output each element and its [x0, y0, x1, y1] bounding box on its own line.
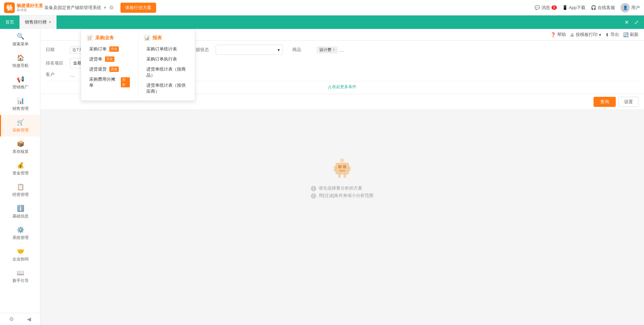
- return-label: 进货退货: [89, 66, 107, 72]
- sidebar-basic-info-label: 基础信息: [12, 213, 29, 219]
- collapse-label: 收起更多条件: [332, 84, 356, 90]
- goods-dots-btn[interactable]: ...: [339, 47, 344, 53]
- help-btn[interactable]: ❓ 帮助: [550, 32, 566, 38]
- sidebar-item-quick-nav[interactable]: 🏠 快捷导航: [0, 50, 40, 72]
- content-area: 🛒 采购业务 采购订单 历史 进货单 历史 进货退货 历史: [40, 29, 644, 325]
- dropdown-item-order-exec[interactable]: 采购订单执行表: [141, 54, 192, 64]
- goods-filter-area: 设计费 × ...: [317, 46, 344, 53]
- logo-area: 畅 畅捷通好生意 标准版: [4, 2, 44, 13]
- headset-icon: 🎧: [591, 5, 596, 10]
- empty-tip-1: 1 请先选择要分析的方案: [311, 185, 374, 191]
- sidebar-enterprise-label: 企业协同: [12, 256, 29, 262]
- online-service-item[interactable]: 🎧 在线客服: [591, 5, 615, 11]
- sidebar-purchase-label: 采购管理: [12, 127, 29, 133]
- purchase-section-title: 🛒 采购业务: [84, 33, 135, 43]
- collapse-btn[interactable]: ⋀ 收起更多条件: [328, 84, 356, 90]
- empty-tip-2: 2 用[过滤]条件来缩小分析范围: [311, 193, 374, 199]
- svg-rect-6: [338, 174, 341, 178]
- sidebar-item-enterprise[interactable]: 🤝 企业协同: [0, 244, 40, 266]
- dropdown-item-expense[interactable]: 采购费用分摊单 历史: [84, 74, 135, 90]
- tab-close-icon[interactable]: ×: [49, 20, 51, 25]
- industry-btn[interactable]: 体验行业方案: [120, 3, 156, 13]
- settings-icon[interactable]: ⚙: [109, 4, 114, 11]
- customer-dots-btn[interactable]: ...: [70, 72, 75, 78]
- status-select[interactable]: ▾: [216, 45, 283, 55]
- marketing-icon: 📢: [17, 76, 24, 83]
- tab-home[interactable]: 首页: [0, 15, 20, 29]
- dropdown-item-return[interactable]: 进货退货 历史: [84, 64, 135, 74]
- empty-svg: [329, 154, 356, 181]
- tip-num-2: 2: [311, 193, 316, 199]
- dropdown-item-order-stats[interactable]: 采购订单统计表: [141, 44, 192, 54]
- sidebar-item-search[interactable]: 🔍 搜索菜单: [0, 29, 40, 50]
- sidebar-settings-icon[interactable]: ⚙: [9, 316, 14, 322]
- sidebar-item-finance[interactable]: 💰 资金管理: [0, 158, 40, 179]
- inbound-stats-goods-label: 进货单统计表（按商品）: [146, 66, 187, 78]
- report-section-title: 📊 报表: [141, 33, 192, 43]
- logo-main: 畅捷通好生意: [17, 3, 43, 8]
- tab-sales-rank[interactable]: 销售排行榜 ×: [20, 15, 57, 29]
- goods-tag-text: 设计费: [319, 47, 331, 53]
- svg-rect-2: [343, 165, 346, 168]
- report-col: 📊 报表 采购订单统计表 采购订单执行表 进货单统计表（按商品） 进货单统计表（…: [138, 33, 195, 96]
- dropdown-item-inbound-stats-supplier[interactable]: 进货单统计表（按供应商）: [141, 80, 192, 96]
- inbound-history-badge: 历史: [105, 56, 114, 62]
- print-arrow-icon: ▾: [599, 32, 601, 37]
- sidebar-item-basic-info[interactable]: ℹ️ 基础信息: [0, 201, 40, 222]
- sidebar-bottom: ⚙ ◀: [0, 313, 40, 325]
- top-header: 畅 畅捷通好生意 标准版 装备及固定资产辅助管理系统 ▾ ⚙ 体验行业方案 💬 …: [0, 0, 644, 15]
- sidebar-item-sales[interactable]: 📊 销售管理: [0, 93, 40, 115]
- date-filter-label: 日期: [46, 47, 66, 53]
- return-history-badge: 历史: [109, 67, 119, 72]
- user-item[interactable]: 👤 用户: [620, 3, 640, 12]
- sidebar-item-inventory[interactable]: 📦 库存核算: [0, 136, 40, 158]
- app-download-item[interactable]: 📱 App下载: [562, 5, 585, 11]
- help-label: 帮助: [557, 32, 566, 38]
- dropdown-item-inbound[interactable]: 进货单 历史: [84, 54, 135, 64]
- export-label: 导出: [610, 32, 619, 38]
- report-section-title-text: 报表: [152, 35, 162, 41]
- enterprise-icon: 🤝: [17, 248, 24, 255]
- expense-label: 采购费用分摊单: [89, 76, 118, 88]
- purchase-icon: 🛒: [17, 119, 24, 126]
- rank-filter-label: 排名项目: [46, 60, 66, 66]
- sidebar-collapse-icon[interactable]: ◀: [27, 316, 31, 322]
- tab-close-all-icon[interactable]: ✕: [623, 18, 630, 27]
- goods-tag: 设计费 ×: [317, 46, 338, 53]
- sidebar-search-label: 搜索菜单: [12, 41, 29, 47]
- empty-text: 1 请先选择要分析的方案 2 用[过滤]条件来缩小分析范围: [311, 185, 374, 200]
- settings-btn[interactable]: 设置: [618, 97, 639, 107]
- tab-bar-right: ✕ ⤢: [623, 18, 644, 27]
- sidebar-finance-label: 资金管理: [12, 170, 29, 176]
- print-btn[interactable]: 🖨 按模板打印 ▾: [570, 32, 601, 38]
- phone-icon: 📱: [562, 5, 568, 10]
- svg-rect-7: [344, 174, 346, 178]
- sidebar-item-purchase[interactable]: 🛒 采购管理: [0, 115, 40, 136]
- dropdown-item-inbound-stats-goods[interactable]: 进货单统计表（按商品）: [141, 64, 192, 80]
- tab-sales-rank-label: 销售排行榜: [25, 19, 47, 25]
- inbound-stats-supplier-label: 进货单统计表（按供应商）: [146, 82, 187, 94]
- sidebar-item-operations[interactable]: 📋 经营管理: [0, 179, 40, 201]
- sidebar-item-marketing[interactable]: 📢 营销推广: [0, 72, 40, 93]
- query-btn[interactable]: 查询: [594, 97, 616, 107]
- goods-tag-remove[interactable]: ×: [333, 47, 335, 52]
- logo-sub: 标准版: [17, 8, 43, 12]
- main-layout: 🔍 搜索菜单 🏠 快捷导航 📢 营销推广 📊 销售管理 🛒 采购管理 📦 库存核…: [0, 29, 644, 325]
- sidebar-inventory-label: 库存核算: [12, 149, 29, 155]
- customer-filter-label: 客户: [46, 72, 66, 78]
- online-service-label: 在线客服: [598, 5, 615, 11]
- dropdown-item-purchase-order[interactable]: 采购订单 历史: [84, 44, 135, 54]
- dropdown-cols: 🛒 采购业务 采购订单 历史 进货单 历史 进货退货 历史: [81, 33, 195, 96]
- sidebar-system-label: 系统管理: [12, 235, 29, 241]
- logo-char: 畅: [6, 4, 12, 12]
- sidebar-item-system[interactable]: ⚙️ 系统管理: [0, 222, 40, 244]
- refresh-btn[interactable]: 🔄 刷新: [623, 32, 639, 38]
- dropdown-arrow-icon[interactable]: ▾: [104, 5, 106, 10]
- sidebar-item-beginner[interactable]: 📖 新手引导: [0, 266, 40, 287]
- expense-history-badge: 历史: [121, 77, 130, 87]
- message-item[interactable]: 💬 消息 9: [535, 5, 557, 11]
- tab-expand-icon[interactable]: ⤢: [633, 18, 640, 27]
- help-icon: ❓: [550, 32, 556, 37]
- sidebar-marketing-label: 营销推广: [12, 84, 29, 90]
- export-btn[interactable]: ⬆ 导出: [605, 32, 619, 38]
